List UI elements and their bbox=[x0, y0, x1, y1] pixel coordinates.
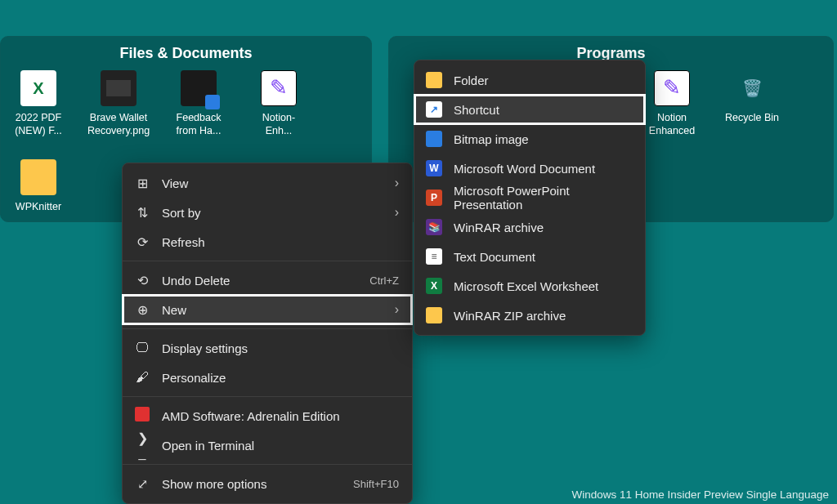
menu-item-label: Refresh bbox=[162, 235, 399, 249]
bitmap-icon bbox=[426, 131, 442, 147]
chevron-right-icon: › bbox=[395, 205, 399, 220]
expand-icon: ⤢ bbox=[134, 476, 150, 492]
submenu-item-label: Microsoft Excel Worksheet bbox=[454, 279, 632, 293]
desktop-icon-label: Feedback from Ha... bbox=[169, 111, 228, 138]
desktop-icon-label: Brave Wallet Recovery.png bbox=[87, 111, 150, 138]
folder-icon bbox=[20, 159, 56, 195]
desktop-icon[interactable]: Feedback from Ha... bbox=[169, 70, 228, 138]
desktop-icon-label: Notion Enhanced bbox=[642, 111, 701, 138]
folder-icon bbox=[426, 72, 442, 88]
menu-item-label: Undo Delete bbox=[162, 274, 358, 288]
windows-watermark: Windows 11 Home Insider Preview Single L… bbox=[572, 488, 829, 501]
menu-item-display-settings[interactable]: 🖵 Display settings bbox=[123, 333, 412, 363]
zip-icon bbox=[426, 307, 442, 323]
submenu-item-label: Microsoft Word Document bbox=[454, 162, 632, 176]
submenu-item-label: WinRAR archive bbox=[454, 221, 632, 234]
submenu-item-excel[interactable]: X Microsoft Excel Worksheet bbox=[414, 271, 645, 301]
desktop-icon[interactable]: WPKnitter bbox=[9, 159, 68, 213]
desktop-icon-label: 2022 PDF (NEW) F... bbox=[9, 111, 68, 138]
submenu-item-shortcut[interactable]: ↗ Shortcut bbox=[414, 95, 645, 124]
excel-icon: X bbox=[426, 278, 442, 294]
excel-file-icon: X bbox=[20, 70, 56, 106]
new-submenu: Folder ↗ Shortcut Bitmap image W Microso… bbox=[414, 60, 646, 336]
submenu-item-word[interactable]: W Microsoft Word Document bbox=[414, 154, 645, 183]
sort-icon: ⇅ bbox=[134, 205, 150, 221]
chevron-right-icon: › bbox=[395, 302, 399, 317]
desktop-icon[interactable]: Notion-Enh... bbox=[249, 70, 308, 138]
desktop-icon[interactable]: X 2022 PDF (NEW) F... bbox=[9, 70, 68, 138]
display-icon: 🖵 bbox=[134, 341, 150, 355]
submenu-item-text[interactable]: ≡ Text Document bbox=[414, 242, 645, 271]
menu-item-new[interactable]: ⊕ New › bbox=[123, 295, 412, 324]
chevron-right-icon: › bbox=[395, 176, 399, 190]
text-icon: ≡ bbox=[426, 248, 442, 265]
menu-item-refresh[interactable]: ⟳ Refresh bbox=[123, 227, 412, 256]
desktop-icon[interactable]: 🗑️ Recycle Bin bbox=[723, 70, 781, 138]
menu-item-amd-software[interactable]: AMD Software: Adrenalin Edition bbox=[123, 401, 412, 430]
desktop-icon-label: WPKnitter bbox=[16, 200, 61, 213]
menu-item-label: Personalize bbox=[162, 371, 399, 385]
submenu-item-powerpoint[interactable]: P Microsoft PowerPoint Presentation bbox=[414, 183, 645, 212]
menu-item-label: Sort by bbox=[162, 206, 377, 220]
menu-separator bbox=[123, 328, 412, 329]
shortcut-icon: ↗ bbox=[426, 101, 442, 118]
menu-item-label: New bbox=[162, 303, 377, 317]
menu-item-label: View bbox=[162, 176, 377, 190]
submenu-item-bitmap[interactable]: Bitmap image bbox=[414, 124, 645, 154]
menu-item-label: Display settings bbox=[162, 341, 399, 355]
word-icon: W bbox=[426, 160, 442, 176]
desktop-icon[interactable]: Brave Wallet Recovery.png bbox=[89, 70, 148, 138]
menu-item-label: AMD Software: Adrenalin Edition bbox=[162, 409, 399, 423]
menu-item-sort-by[interactable]: ⇅ Sort by › bbox=[123, 198, 412, 227]
menu-item-label: Show more options bbox=[162, 477, 342, 491]
app-shortcut-icon bbox=[261, 70, 297, 106]
submenu-item-label: Text Document bbox=[454, 250, 632, 264]
plus-circle-icon: ⊕ bbox=[134, 302, 150, 318]
terminal-icon: ❯_ bbox=[134, 430, 150, 461]
grid-icon: ⊞ bbox=[134, 176, 150, 191]
menu-item-show-more-options[interactable]: ⤢ Show more options Shift+F10 bbox=[123, 469, 412, 498]
desktop-context-menu: ⊞ View › ⇅ Sort by › ⟳ Refresh ⟲ Undo De… bbox=[122, 163, 413, 504]
amd-icon bbox=[134, 407, 150, 425]
menu-item-view[interactable]: ⊞ View › bbox=[123, 168, 412, 198]
menu-item-personalize[interactable]: 🖌 Personalize bbox=[123, 363, 412, 392]
app-shortcut-icon bbox=[654, 70, 690, 106]
submenu-item-winrar[interactable]: 📚 WinRAR archive bbox=[414, 212, 645, 242]
powerpoint-icon: P bbox=[426, 190, 442, 206]
submenu-item-zip[interactable]: WinRAR ZIP archive bbox=[414, 301, 645, 330]
rar-icon: 📚 bbox=[426, 219, 442, 235]
menu-item-label: Open in Terminal bbox=[162, 439, 399, 453]
submenu-item-label: Bitmap image bbox=[454, 132, 632, 146]
submenu-item-label: Microsoft PowerPoint Presentation bbox=[454, 184, 632, 212]
menu-separator bbox=[123, 464, 412, 465]
brush-icon: 🖌 bbox=[134, 370, 150, 385]
menu-item-shortcut: Shift+F10 bbox=[353, 478, 399, 490]
desktop-icon-label: Recycle Bin bbox=[725, 111, 779, 124]
menu-item-open-terminal[interactable]: ❯_ Open in Terminal bbox=[123, 430, 412, 460]
image-file-icon bbox=[101, 70, 137, 106]
refresh-icon: ⟳ bbox=[134, 234, 150, 250]
submenu-item-label: Folder bbox=[454, 74, 632, 87]
fence-files-title: Files & Documents bbox=[1, 37, 371, 67]
menu-separator bbox=[123, 396, 412, 397]
menu-item-shortcut: Ctrl+Z bbox=[369, 274, 399, 287]
submenu-item-label: Shortcut bbox=[454, 103, 632, 117]
submenu-item-folder[interactable]: Folder bbox=[414, 65, 645, 95]
desktop-icon[interactable]: Notion Enhanced bbox=[642, 70, 701, 138]
undo-icon: ⟲ bbox=[134, 273, 150, 288]
document-file-icon bbox=[181, 70, 217, 106]
recycle-bin-icon: 🗑️ bbox=[734, 70, 770, 106]
submenu-item-label: WinRAR ZIP archive bbox=[454, 309, 632, 323]
menu-separator bbox=[123, 261, 412, 261]
desktop-icon-label: Notion-Enh... bbox=[249, 111, 308, 138]
menu-item-undo-delete[interactable]: ⟲ Undo Delete Ctrl+Z bbox=[123, 265, 412, 295]
